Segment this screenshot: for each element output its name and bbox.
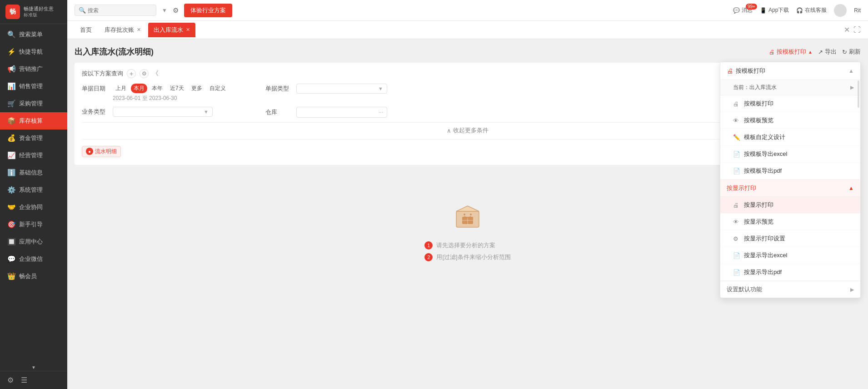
header-message[interactable]: 💬 消息 99+	[733, 6, 753, 14]
sidebar-item-finance[interactable]: 💰 资金管理	[0, 130, 67, 147]
template-export-excel-label: 按模板导出excel	[744, 150, 787, 158]
shortcut-custom[interactable]: 自定义	[207, 84, 229, 93]
sidebar-item-inventory[interactable]: 📦 库存核算	[0, 112, 67, 130]
export-button[interactable]: ↗ 导出	[818, 48, 837, 56]
tab-home[interactable]: 首页	[75, 23, 97, 37]
tab-expand-icon[interactable]: ⛶	[853, 26, 861, 34]
dropdown-item-display-print[interactable]: 🖨 按显示打印	[720, 197, 860, 214]
search-icon: 🔍	[79, 7, 86, 14]
display-export-pdf-label: 按显示导出pdf	[744, 268, 782, 276]
shortcut-last-month[interactable]: 上月	[113, 84, 129, 93]
business-type-chevron-icon: ▼	[204, 109, 209, 115]
sidebar-item-guide[interactable]: 🎯 新手引导	[0, 216, 67, 233]
sidebar-item-label: 应用中心	[19, 238, 43, 246]
header-search-box[interactable]: 🔍	[75, 5, 156, 16]
tab-inventory-batch[interactable]: 库存批次账 ✕	[99, 23, 146, 37]
shortcut-more[interactable]: 更多	[189, 84, 205, 93]
tab-bar: 首页 库存批次账 ✕ 出入库流水 ✕ ✕ ⛶	[67, 21, 868, 39]
tab-inout-flow[interactable]: 出入库流水 ✕	[148, 23, 195, 37]
tab-inout-flow-close[interactable]: ✕	[186, 27, 190, 33]
settings-bottom-icon[interactable]: ⚙	[7, 376, 14, 384]
wechat-icon: 💬	[7, 255, 15, 263]
sidebar-item-member[interactable]: 👑 畅会员	[0, 268, 67, 285]
dropdown-chevron-up-icon[interactable]: ▲	[848, 68, 854, 74]
filter-collapse-icon[interactable]: 《	[152, 70, 159, 78]
header-avatar[interactable]	[834, 4, 847, 17]
chevron-up-icon: ▲	[808, 50, 813, 55]
dropdown-item-display-preview[interactable]: 👁 按显示预览	[720, 214, 860, 230]
dropdown-item-template-print[interactable]: 🖨 按模板打印	[720, 95, 860, 112]
sidebar-item-label: 采购管理	[19, 100, 43, 108]
logo-icon: 畅	[5, 5, 20, 19]
dropdown-item-display-export-pdf[interactable]: 📄 按显示导出pdf	[720, 264, 860, 281]
sidebar-item-basic-info[interactable]: ℹ️ 基础信息	[0, 164, 67, 181]
dropdown-item-display-export-excel[interactable]: 📄 按显示导出excel	[720, 247, 860, 264]
sidebar-item-quick-nav[interactable]: ⚡ 快捷导航	[0, 43, 67, 60]
tab-close-all-icon[interactable]: ✕	[844, 25, 850, 34]
dropdown-section-display[interactable]: 按显示打印 ▲	[720, 180, 860, 197]
shortcut-current-month[interactable]: 本月	[131, 84, 147, 93]
solution-button[interactable]: 体验行业方案	[184, 4, 232, 17]
dropdown-title-label: 按模板打印	[736, 67, 765, 75]
sidebar-item-label: 库存核算	[19, 117, 43, 125]
filter-tag-label: 流水明细	[95, 148, 117, 155]
filter-add-button[interactable]: +	[127, 69, 136, 78]
sidebar-item-label: 资金管理	[19, 134, 43, 142]
search-dropdown-icon[interactable]: ▼	[162, 7, 167, 14]
warehouse-select[interactable]: ···	[296, 107, 387, 118]
step-1-label: 请先选择要分析的方案	[436, 241, 495, 249]
filter-setting-button[interactable]: ⚙	[140, 69, 149, 78]
dropdown-item-template-export-excel[interactable]: 📄 按模板导出excel	[720, 146, 860, 163]
filter-doc-type-group: 单据类型 ▼	[265, 84, 393, 94]
sidebar-item-label: 基础信息	[19, 169, 43, 177]
filter-warehouse-group: 仓库 ···	[265, 107, 393, 118]
sidebar-logo: 畅 畅捷通好生意 标准版	[0, 0, 67, 24]
sidebar-nav: 🔍 搜索菜单 ⚡ 快捷导航 📢 营销推广 📊 销售管理 🛒 采购管理 📦 库存核…	[0, 24, 67, 364]
app-icon: 📱	[760, 7, 767, 14]
dropdown-item-display-print-settings[interactable]: ⚙ 按显示打印设置	[720, 230, 860, 247]
header-service[interactable]: 🎧 在线客服	[796, 6, 827, 14]
dropdown-item-template-export-pdf[interactable]: 📄 按模板导出pdf	[720, 163, 860, 180]
search-input[interactable]	[88, 7, 142, 14]
template-print-button[interactable]: 🖨 按模板打印 ▲	[769, 48, 813, 56]
sidebar-item-marketing[interactable]: 📢 营销推广	[0, 60, 67, 78]
dropdown-scrollbar[interactable]	[858, 80, 859, 108]
sidebar-item-sales[interactable]: 📊 销售管理	[0, 78, 67, 95]
sidebar-item-label: 经营管理	[19, 151, 43, 160]
header-username[interactable]: Rit	[854, 7, 861, 14]
dropdown-item-template-preview[interactable]: 👁 按模板预览	[720, 112, 860, 129]
service-label: 在线客服	[805, 6, 827, 14]
marketing-icon: 📢	[7, 65, 15, 73]
tab-inventory-batch-close[interactable]: ✕	[137, 27, 141, 33]
dropdown-current-arrow-icon[interactable]: ▶	[850, 85, 854, 90]
doc-type-select[interactable]: ▼	[296, 84, 387, 94]
menu-bottom-icon[interactable]: ☰	[21, 376, 27, 384]
system-icon: ⚙️	[7, 186, 15, 194]
filter-tag-flow[interactable]: ● 流水明细	[82, 146, 121, 157]
shortcut-last-7-days[interactable]: 近7天	[167, 84, 187, 93]
sidebar-item-operations[interactable]: 📈 经营管理	[0, 147, 67, 164]
header-gear-icon[interactable]: ⚙	[173, 6, 179, 15]
dropdown-current: 当前：出入库流水 ▶	[720, 80, 860, 95]
refresh-button[interactable]: ↻ 刷新	[842, 48, 861, 56]
sidebar-item-purchase[interactable]: 🛒 采购管理	[0, 95, 67, 112]
tab-inventory-batch-label: 库存批次账	[105, 26, 134, 34]
dropdown-item-template-custom[interactable]: ✏️ 模板自定义设计	[720, 129, 860, 146]
business-type-select[interactable]: ▼	[113, 107, 213, 117]
sidebar-item-enterprise[interactable]: 🤝 企业协同	[0, 199, 67, 216]
sidebar-item-label: 搜索菜单	[19, 30, 43, 39]
dropdown-title: 🖨 按模板打印	[727, 67, 765, 75]
display-export-excel-icon: 📄	[733, 252, 740, 259]
shortcut-current-year[interactable]: 本年	[149, 84, 165, 93]
header-app-download[interactable]: 📱 App下载	[760, 6, 789, 14]
sidebar-item-app-center[interactable]: 🔲 应用中心	[0, 233, 67, 250]
main-area: 🔍 ▼ ⚙ 体验行业方案 💬 消息 99+ 📱 App下载 🎧 在线客服 Rit	[67, 0, 868, 389]
sidebar-item-wechat[interactable]: 💬 企业微信	[0, 250, 67, 268]
sales-icon: 📊	[7, 82, 15, 90]
sidebar-item-search[interactable]: 🔍 搜索菜单	[0, 26, 67, 43]
app-label: App下载	[768, 6, 789, 14]
dropdown-footer[interactable]: 设置默认功能 ▶	[720, 281, 860, 298]
warehouse-label: 仓库	[265, 108, 293, 116]
sidebar-bottom: ⚙ ☰	[0, 371, 67, 389]
sidebar-item-system[interactable]: ⚙️ 系统管理	[0, 181, 67, 199]
